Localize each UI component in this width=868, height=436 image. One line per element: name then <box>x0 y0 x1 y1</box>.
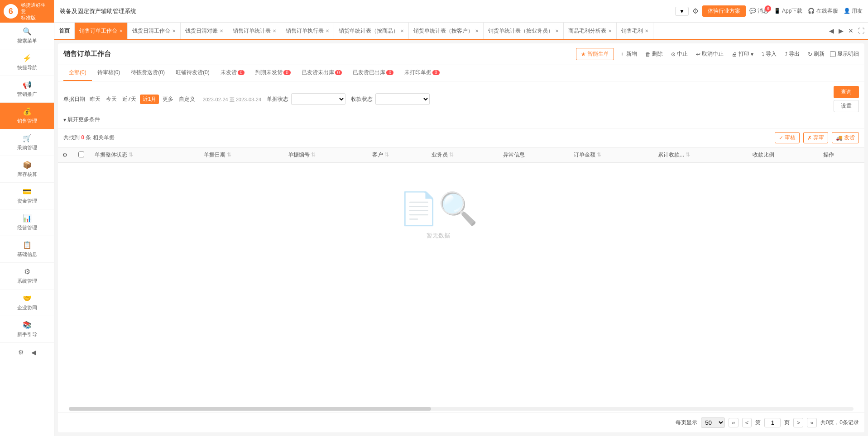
tab-close-sales-stat[interactable]: ✕ <box>273 28 276 33</box>
col-gear[interactable]: ⚙ <box>58 147 72 163</box>
online-service-link[interactable]: 🎧 在线客服 <box>808 7 838 15</box>
print-button[interactable]: 🖨 打印 ▾ <box>729 48 756 60</box>
expand-conditions-button[interactable]: ▾ 展开更多条件 <box>63 116 100 123</box>
page-size-select[interactable]: 50 20 100 <box>701 417 725 428</box>
date-btn-1month[interactable]: 近1月 <box>140 95 159 104</box>
next-page-button[interactable]: > <box>793 418 803 427</box>
tab-close-sales-exec[interactable]: ✕ <box>326 28 329 33</box>
sidebar-item-basic-info[interactable]: 📋 基础信息 <box>0 236 54 263</box>
filter-tab-pending-inspect[interactable]: 待拣货送货(0) <box>125 65 170 81</box>
sidebar-item-finance[interactable]: 💳 资金管理 <box>0 183 54 209</box>
tab-cash-daily[interactable]: 钱货日清工作台 ✕ <box>128 23 181 39</box>
filter-tab-shipped-not-warehoused[interactable]: 已发货未出库0 <box>296 65 348 81</box>
date-btn-7days[interactable]: 近7天 <box>120 95 138 104</box>
import-button[interactable]: ⤵ 导入 <box>759 48 779 60</box>
review-action-button[interactable]: ✓ 审核 <box>775 132 800 143</box>
tab-sales-stat-customer[interactable]: 销货单统计表（按客户） ✕ <box>409 23 484 39</box>
sidebar-item-quick-nav[interactable]: ⚡ 快捷导航 <box>0 49 54 76</box>
search-button[interactable]: 查询 <box>834 86 859 98</box>
tab-sales-stat[interactable]: 销售订单统计表 ✕ <box>228 23 281 39</box>
tab-next-button[interactable]: ▶ <box>837 26 845 35</box>
table-scroll[interactable]: ⚙ 单据整体状态⇅ 单据日期⇅ 单据编号⇅ 客户⇅ 业务员⇅ 异常信息 订单金额… <box>58 147 864 405</box>
sidebar-item-purchase[interactable]: 🛒 采购管理 <box>0 129 54 156</box>
tab-sales-stat-product[interactable]: 销货单统计表（按商品） ✕ <box>334 23 409 39</box>
system-dropdown[interactable]: ▼ <box>675 7 689 16</box>
experience-button[interactable]: 体验行业方案 <box>702 5 746 17</box>
tab-prev-button[interactable]: ◀ <box>827 26 836 35</box>
col-customer[interactable]: 客户⇅ <box>368 147 427 163</box>
add-button[interactable]: ＋ 新增 <box>617 48 640 60</box>
tab-expand-button[interactable]: ⛶ <box>856 26 866 35</box>
col-number[interactable]: 单据编号⇅ <box>283 147 368 163</box>
col-received[interactable]: 累计收款...⇅ <box>653 147 748 163</box>
app-download-link[interactable]: 📱 App下载 <box>774 7 802 15</box>
tab-home[interactable]: 首页 <box>54 23 75 39</box>
cancel-stop-button[interactable]: ↩ 取消中止 <box>693 48 726 60</box>
col-amount[interactable]: 订单金额⇅ <box>569 147 653 163</box>
tab-close-sales-stat-staff[interactable]: ✕ <box>555 28 559 33</box>
sidebar-item-marketing[interactable]: 📢 营销推广 <box>0 76 54 103</box>
col-status[interactable]: 单据整体状态⇅ <box>90 147 199 163</box>
scrollbar-thumb[interactable] <box>69 407 431 411</box>
sidebar-settings-button[interactable]: ⚙ <box>16 348 26 357</box>
col-staff[interactable]: 业务员⇅ <box>427 147 499 163</box>
sidebar-collapse-button[interactable]: ◀ <box>29 348 38 357</box>
delete-button[interactable]: 🗑 删除 <box>643 48 666 60</box>
filter-tab-not-shipped[interactable]: 未发货0 <box>215 65 250 81</box>
export-icon: ⤴ <box>785 51 787 57</box>
set-button[interactable]: 设置 <box>834 100 859 112</box>
date-btn-today[interactable]: 今天 <box>104 95 119 104</box>
stop-button[interactable]: ⊙ 中止 <box>668 48 691 60</box>
first-page-button[interactable]: « <box>729 418 738 427</box>
filter-tab-all[interactable]: 全部(0) <box>63 65 92 81</box>
tab-close-sales-more[interactable]: ✕ <box>645 28 648 33</box>
date-btn-yesterday[interactable]: 昨天 <box>88 95 102 104</box>
cancel-review-button[interactable]: ✗ 弃审 <box>803 132 828 143</box>
filter-tab-wangpu[interactable]: 旺铺待发货(0) <box>170 65 215 81</box>
select-all-checkbox[interactable] <box>78 152 84 157</box>
refresh-button[interactable]: ↻ 刷新 <box>805 48 827 60</box>
filter-tab-not-printed[interactable]: 未打印单据0 <box>399 65 445 81</box>
tab-close-product-profit[interactable]: ✕ <box>608 28 612 33</box>
detail-checkbox[interactable] <box>830 51 836 57</box>
tab-close-all-button[interactable]: ✕ <box>846 26 855 35</box>
page-number-input[interactable] <box>764 418 781 427</box>
tab-sales-more[interactable]: 销售毛利 ✕ <box>617 23 653 39</box>
sidebar-item-system[interactable]: ⚙ 系统管理 <box>0 263 54 289</box>
date-btn-more[interactable]: 更多 <box>161 95 175 104</box>
tab-close-cash-reconcile[interactable]: ✕ <box>220 28 223 33</box>
tab-close-sales-stat-customer[interactable]: ✕ <box>475 28 479 33</box>
horizontal-scrollbar[interactable] <box>58 405 864 412</box>
user-menu[interactable]: 👤 用友 <box>844 7 863 15</box>
col-date[interactable]: 单据日期⇅ <box>199 147 283 163</box>
message-badge[interactable]: 💬 6 消息 <box>749 7 768 15</box>
filter-tab-pending-review[interactable]: 待审核(0) <box>92 65 126 81</box>
sidebar-item-guide[interactable]: 📚 新手引导 <box>0 316 54 343</box>
col-checkbox[interactable] <box>72 147 90 163</box>
tab-cash-reconcile[interactable]: 钱货日清对账 ✕ <box>181 23 228 39</box>
sidebar-item-inventory[interactable]: 📦 库存核算 <box>0 156 54 183</box>
tab-product-profit[interactable]: 商品毛利分析表 ✕ <box>564 23 617 39</box>
filter-tab-overdue[interactable]: 到期未发货0 <box>250 65 296 81</box>
tab-close-cash-daily[interactable]: ✕ <box>172 28 176 33</box>
sidebar-item-search[interactable]: 🔍 搜索菜单 <box>0 23 54 49</box>
filter-tab-shipped-warehoused[interactable]: 已发货已出库0 <box>347 65 399 81</box>
smart-create-button[interactable]: ★ 智能生单 <box>576 48 614 60</box>
topbar-settings-button[interactable]: ⚙ <box>692 7 699 15</box>
status-select[interactable] <box>291 93 345 105</box>
sidebar-item-operations[interactable]: 📊 经营管理 <box>0 209 54 236</box>
date-btn-custom[interactable]: 自定义 <box>177 95 197 104</box>
sidebar-item-sales[interactable]: 💰 销售管理 <box>0 103 54 129</box>
export-button[interactable]: ⤴ 导出 <box>782 48 802 60</box>
last-page-button[interactable]: » <box>807 418 816 427</box>
ship-action-button[interactable]: 🚚 发货 <box>832 132 859 143</box>
tab-close-sales-order[interactable]: ✕ <box>119 28 123 33</box>
tab-sales-exec[interactable]: 销售订单执行表 ✕ <box>281 23 334 39</box>
detail-checkbox-label[interactable]: 显示明细 <box>830 50 859 58</box>
tab-sales-stat-staff[interactable]: 销货单统计表（按业务员） ✕ <box>484 23 564 39</box>
tab-sales-order[interactable]: 销售订单工作台 ✕ <box>75 23 128 39</box>
sidebar-item-enterprise[interactable]: 🤝 企业协同 <box>0 289 54 316</box>
payment-select[interactable] <box>375 93 430 105</box>
tab-close-sales-stat-product[interactable]: ✕ <box>400 28 404 33</box>
prev-page-button[interactable]: < <box>742 418 752 427</box>
